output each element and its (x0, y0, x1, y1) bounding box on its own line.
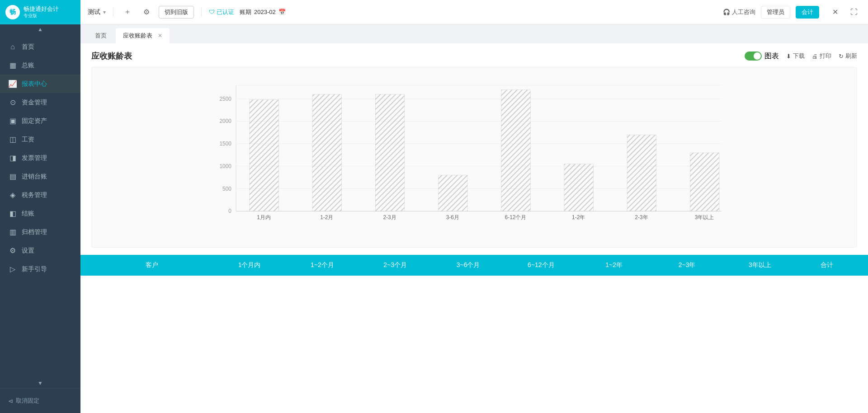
cancel-fixed-label: 取消固定 (16, 397, 39, 405)
ledger-icon: ▦ (8, 61, 17, 70)
topbar-divider-2 (201, 8, 202, 17)
content-actions: 图表 ⬇ 下载 🖨 打印 ↻ 刷新 (745, 52, 857, 61)
sidebar-item-home[interactable]: ⌂ 首页 (0, 38, 80, 56)
sidebar-item-label: 固定资产 (22, 117, 47, 125)
cert-label: 已认证 (217, 8, 234, 16)
assets-icon: ▣ (8, 117, 17, 125)
switch-version-btn[interactable]: 切到旧版 (159, 6, 194, 19)
sidebar-item-tax[interactable]: ◈ 税务管理 (0, 186, 80, 204)
download-btn[interactable]: ⬇ 下载 (786, 52, 805, 60)
svg-text:500: 500 (222, 186, 231, 192)
refresh-btn[interactable]: ↻ 刷新 (839, 52, 857, 60)
settings-gear-btn[interactable]: ⚙ (140, 5, 153, 19)
cert-status: 🛡 已认证 (209, 8, 234, 16)
topbar: 测试 ▾ ＋ ⚙ 切到旧版 🛡 已认证 账期 2023-02 📅 🎧 人工咨询 … (80, 0, 868, 24)
payroll-icon: ◫ (8, 135, 17, 144)
shield-icon: 🛡 (209, 9, 215, 15)
sidebar-item-assets[interactable]: ▣ 固定资产 (0, 112, 80, 130)
tab-home-label: 首页 (95, 32, 107, 39)
bar-2-3年 (627, 135, 656, 211)
closing-icon: ◧ (8, 209, 17, 218)
table-col-1-2y: 1~2年 (578, 255, 651, 276)
svg-text:1000: 1000 (219, 163, 231, 169)
page-title: 应收账龄表 (91, 51, 132, 61)
archive-icon: ▥ (8, 228, 17, 236)
sidebar-item-reports[interactable]: 📈 报表中心 (0, 75, 80, 93)
sidebar-item-label: 报表中心 (22, 80, 47, 88)
expand-btn[interactable]: ⛶ (847, 5, 861, 19)
svg-text:2-3月: 2-3月 (383, 214, 396, 221)
period-label: 账期 (240, 8, 251, 16)
sidebar-item-label: 新手引导 (22, 265, 47, 273)
print-btn[interactable]: 🖨 打印 (812, 52, 831, 60)
sidebar-item-label: 总账 (22, 61, 34, 70)
svg-text:3-6月: 3-6月 (446, 214, 459, 221)
content-area: 应收账龄表 图表 ⬇ 下载 🖨 打印 ↻ 刷新 (80, 43, 868, 413)
accountant-btn[interactable]: 会计 (796, 6, 819, 19)
manager-btn[interactable]: 管理员 (761, 6, 790, 19)
download-icon: ⬇ (786, 53, 791, 60)
bar-1月内 (250, 100, 279, 211)
sidebar-item-payroll[interactable]: ◫ 工资 (0, 130, 80, 149)
period-value: 2023-02 (254, 9, 276, 15)
sidebar-item-label: 设置 (22, 247, 34, 255)
chart-area: 0 500 1000 1500 2000 2500 1月内 1-2月 (91, 67, 857, 248)
home-icon: ⌂ (8, 43, 17, 51)
tabbar: 首页 应收账龄表 ✕ (80, 24, 868, 43)
chart-toggle-label: 图表 (764, 52, 779, 61)
close-btn[interactable]: ✕ (828, 5, 842, 19)
sidebar-item-settings[interactable]: ⚙ 设置 (0, 241, 80, 260)
scroll-down-btn[interactable]: ▼ (0, 378, 80, 388)
sidebar-item-label: 结账 (22, 210, 34, 218)
tax-icon: ◈ (8, 191, 17, 199)
chart-toggle[interactable]: 图表 (745, 52, 779, 61)
table-col-3-6m: 3~6个月 (432, 255, 505, 276)
bar-1-2月 (312, 94, 342, 211)
svg-text:0: 0 (228, 208, 231, 214)
table-col-3yplus: 3年以上 (723, 255, 796, 276)
bar-chart: 0 500 1000 1500 2000 2500 1月内 1-2月 (101, 76, 848, 238)
add-btn[interactable]: ＋ (121, 5, 134, 19)
sidebar-nav: ⌂ 首页 ▦ 总账 📈 报表中心 ⊙ 资金管理 ▣ 固定资产 ◫ 工资 ◨ 发票… (0, 34, 80, 378)
logo-icon: 畅 (5, 5, 20, 19)
sidebar-item-invoice[interactable]: ◨ 发票管理 (0, 149, 80, 167)
invoice-icon: ◨ (8, 154, 17, 162)
calendar-icon[interactable]: 📅 (278, 9, 286, 15)
svg-text:1-2年: 1-2年 (572, 214, 585, 221)
project-name: 测试 (88, 8, 100, 16)
headset-icon: 🎧 (723, 9, 730, 15)
sidebar-item-guide[interactable]: ▷ 新手引导 (0, 260, 80, 278)
sidebar-item-label: 发票管理 (22, 154, 47, 162)
support-btn[interactable]: 🎧 人工咨询 (723, 8, 755, 16)
cancel-fixed-btn[interactable]: ⊲ 取消固定 (0, 393, 80, 408)
svg-text:2500: 2500 (219, 96, 231, 102)
sidebar-item-archive[interactable]: ▥ 归档管理 (0, 223, 80, 241)
print-icon: 🖨 (812, 53, 818, 60)
tab-home[interactable]: 首页 (88, 28, 114, 43)
sidebar-item-ledger[interactable]: ▦ 总账 (0, 56, 80, 75)
tab-aging-label: 应收账龄表 (123, 32, 152, 39)
svg-text:6-12个月: 6-12个月 (505, 214, 527, 221)
sidebar-item-label: 进销台账 (22, 173, 47, 181)
table-col-6-12m: 6~12个月 (505, 255, 577, 276)
bar-1-2年 (564, 164, 594, 211)
scroll-up-btn[interactable]: ▲ (0, 24, 80, 34)
project-selector[interactable]: 测试 ▾ (88, 8, 106, 16)
topbar-divider-1 (113, 8, 113, 17)
tab-close-icon[interactable]: ✕ (158, 33, 162, 39)
sidebar: 畅 畅捷通好会计 专业版 ▲ ⌂ 首页 ▦ 总账 📈 报表中心 ⊙ 资金管理 ▣… (0, 0, 80, 413)
sidebar-item-closing[interactable]: ◧ 结账 (0, 204, 80, 223)
table-col-2-3m: 2~3个月 (359, 255, 432, 276)
toggle-track[interactable] (745, 52, 762, 61)
svg-text:2000: 2000 (219, 118, 231, 124)
bar-3年以上 (690, 153, 719, 211)
sidebar-item-fund[interactable]: ⊙ 资金管理 (0, 93, 80, 112)
sidebar-item-label: 归档管理 (22, 228, 47, 236)
print-label: 打印 (820, 52, 831, 60)
settings-icon: ⚙ (8, 246, 17, 255)
dropdown-icon: ▾ (103, 9, 106, 15)
support-label: 人工咨询 (732, 8, 755, 16)
app-edition: 专业版 (24, 13, 59, 19)
tab-aging[interactable]: 应收账龄表 ✕ (116, 28, 170, 43)
sidebar-item-sales[interactable]: ▤ 进销台账 (0, 167, 80, 186)
